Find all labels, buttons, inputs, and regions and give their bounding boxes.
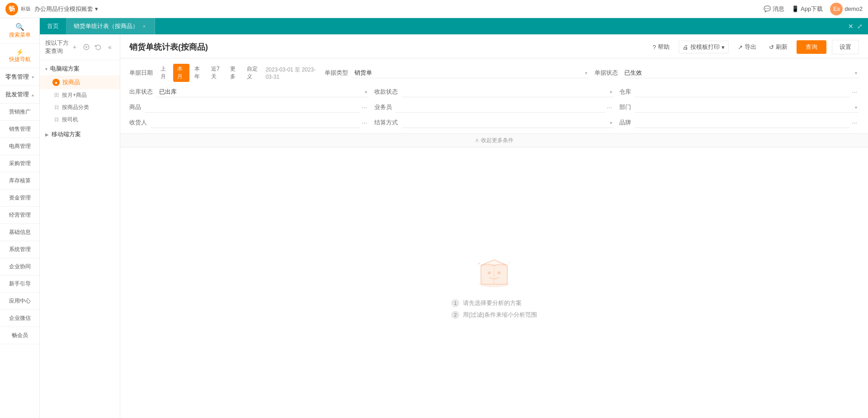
print-button[interactable]: 🖨 按模板打印 ▾: [679, 41, 729, 53]
tab-home-label: 首页: [47, 22, 59, 30]
settlement-select-wrapper: ▾: [401, 117, 614, 128]
goods-label: 商品: [129, 103, 141, 111]
message-label: 消息: [773, 5, 784, 13]
settlement-select[interactable]: [401, 117, 614, 128]
empty-illustration: [472, 247, 517, 292]
help-button[interactable]: ? 帮助: [649, 41, 673, 53]
message-icon: 💬: [764, 5, 771, 12]
scheme-sub-driver[interactable]: 目 按司机: [40, 114, 120, 126]
date-tab-more[interactable]: 更多: [226, 64, 242, 82]
tab-maximize-area: ✕ ⤢: [843, 23, 868, 30]
sub-icon-2: 目: [54, 104, 59, 111]
warehouse-field: 仓库 ···: [619, 86, 859, 97]
sub-label-1: 按月+商品: [62, 91, 87, 99]
sub-label-3: 按司机: [62, 116, 78, 124]
payment-status-select[interactable]: [401, 86, 614, 97]
refresh-scheme-button[interactable]: [94, 43, 103, 52]
add-scheme-button[interactable]: +: [70, 43, 79, 52]
main-layout: 🔍 搜索菜单 ⚡ 快捷导航 零售管理 ▾ 批发管理 ▴ 营销推广 销售管理 电商…: [0, 18, 868, 418]
svg-point-9: [509, 261, 510, 263]
date-field: 单据日期 上月 本月 本年 近7天 更多 自定义 20: [129, 64, 319, 82]
app-title: 标版: [21, 5, 31, 12]
receiver-input[interactable]: [151, 117, 360, 128]
edit-scheme-button[interactable]: [82, 43, 91, 52]
sidebar-search[interactable]: 🔍 搜索菜单: [0, 18, 39, 44]
filter-row-3: 商品 ··· 业务员 ··· 部门: [129, 102, 859, 113]
scheme-sub-category[interactable]: 目 按商品分类: [40, 101, 120, 114]
date-tab-this-year[interactable]: 本年: [190, 64, 206, 82]
goods-field: 商品 ···: [129, 102, 369, 113]
sidebar-item-inventory[interactable]: 库存核算: [0, 172, 39, 190]
top-bar-left: 畅 标版 办公用品行业模拟账套 ▾: [5, 3, 98, 15]
sub-icon-1: 田: [54, 92, 59, 99]
settings-button[interactable]: 设置: [832, 40, 859, 54]
settlement-field: 结算方式 ▾: [374, 117, 614, 128]
sidebar-item-member[interactable]: 畅会员: [0, 327, 39, 344]
doc-type-select[interactable]: 销货单: [352, 67, 589, 78]
sidebar-item-marketing[interactable]: 营销推广: [0, 104, 39, 121]
brand-field: 品牌 ···: [619, 117, 859, 128]
tab-home[interactable]: 首页: [40, 18, 66, 34]
desktop-group-header[interactable]: ▾ 电脑端方案: [40, 62, 120, 76]
goods-more-icon[interactable]: ···: [360, 104, 369, 111]
date-label: 单据日期: [129, 69, 153, 77]
query-button[interactable]: 查询: [797, 40, 826, 54]
export-button[interactable]: ↗ 导出: [734, 41, 760, 53]
sidebar: 🔍 搜索菜单 ⚡ 快捷导航 零售管理 ▾ 批发管理 ▴ 营销推广 销售管理 电商…: [0, 18, 40, 418]
goods-input[interactable]: [145, 102, 360, 113]
sidebar-item-basic[interactable]: 基础信息: [0, 224, 39, 241]
sidebar-item-enterprise[interactable]: 企业协同: [0, 258, 39, 276]
date-tab-this-month[interactable]: 本月: [173, 64, 189, 82]
message-button[interactable]: 💬 消息: [764, 5, 784, 13]
tab-close-icon[interactable]: ×: [141, 23, 147, 29]
svg-point-10: [482, 280, 484, 281]
svg-point-8: [478, 262, 480, 264]
receiver-field: 收货人 ···: [129, 117, 369, 128]
collapse-bar[interactable]: ∧ 收起更多条件: [120, 134, 868, 147]
refresh-button[interactable]: ↺ 刷新: [765, 41, 791, 53]
page-header: 销货单统计表(按商品) ? 帮助 🖨 按模板打印 ▾ ↗: [120, 34, 868, 58]
app-download-button[interactable]: 📱 App下载: [792, 5, 823, 13]
sidebar-item-wholesale[interactable]: 批发管理 ▴: [0, 86, 39, 104]
date-filter: 上月 本月 本年 近7天 更多 自定义 2023-03-01 至 2023-03…: [156, 64, 319, 82]
sidebar-quick-nav[interactable]: ⚡ 快捷导航: [0, 44, 39, 68]
staff-more-icon[interactable]: ···: [605, 104, 614, 111]
receiver-more-icon[interactable]: ···: [360, 119, 369, 126]
sidebar-item-wechat[interactable]: 企业微信: [0, 310, 39, 327]
date-tab-7days[interactable]: 近7天: [207, 64, 225, 82]
out-status-select[interactable]: 已出库: [156, 86, 369, 97]
collapse-scheme-button[interactable]: «: [105, 43, 114, 52]
user-menu[interactable]: Ea demo2: [830, 3, 863, 15]
sidebar-item-procurement[interactable]: 采购管理: [0, 155, 39, 172]
date-tab-custom[interactable]: 自定义: [243, 64, 263, 82]
mobile-group-header[interactable]: ▶ 移动端方案: [40, 128, 120, 141]
collapse-label: ∧ 收起更多条件: [475, 137, 513, 143]
dept-select[interactable]: [635, 102, 859, 113]
tip-text-1: 请先选择要分析的方案: [463, 299, 522, 307]
sidebar-item-operation[interactable]: 经营管理: [0, 207, 39, 224]
workspace-selector[interactable]: 办公用品行业模拟账套 ▾: [34, 5, 98, 13]
sidebar-item-apps[interactable]: 应用中心: [0, 293, 39, 310]
top-bar-right: 💬 消息 📱 App下载 Ea demo2: [764, 3, 863, 15]
sidebar-item-ecommerce[interactable]: 电商管理: [0, 138, 39, 155]
tab-active[interactable]: 销货单统计表（按商品） ×: [66, 18, 155, 34]
doc-status-select[interactable]: 已生效: [622, 67, 859, 78]
date-tab-last-month[interactable]: 上月: [156, 64, 172, 82]
staff-input[interactable]: [396, 102, 605, 113]
sidebar-item-sales[interactable]: 销售管理: [0, 121, 39, 138]
sidebar-item-system[interactable]: 系统管理: [0, 241, 39, 258]
sidebar-item-finance[interactable]: 资金管理: [0, 190, 39, 207]
scheme-item-by-goods[interactable]: ● 按商品: [40, 76, 120, 89]
sidebar-item-retail[interactable]: 零售管理 ▾: [0, 68, 39, 86]
brand-input[interactable]: [635, 117, 850, 128]
staff-field: 业务员 ···: [374, 102, 614, 113]
maximize-icon[interactable]: ⤢: [857, 23, 863, 30]
sidebar-item-guide[interactable]: 新手引导: [0, 276, 39, 293]
warehouse-input[interactable]: [635, 86, 850, 97]
filter-row-2: 出库状态 已出库 ▾ 收款状态: [129, 86, 859, 97]
minimize-icon[interactable]: ✕: [848, 23, 854, 30]
scheme-sub-month-goods[interactable]: 田 按月+商品: [40, 89, 120, 101]
scheme-panel-actions: + «: [70, 43, 114, 52]
warehouse-more-icon[interactable]: ···: [850, 88, 859, 95]
brand-more-icon[interactable]: ···: [850, 119, 859, 126]
